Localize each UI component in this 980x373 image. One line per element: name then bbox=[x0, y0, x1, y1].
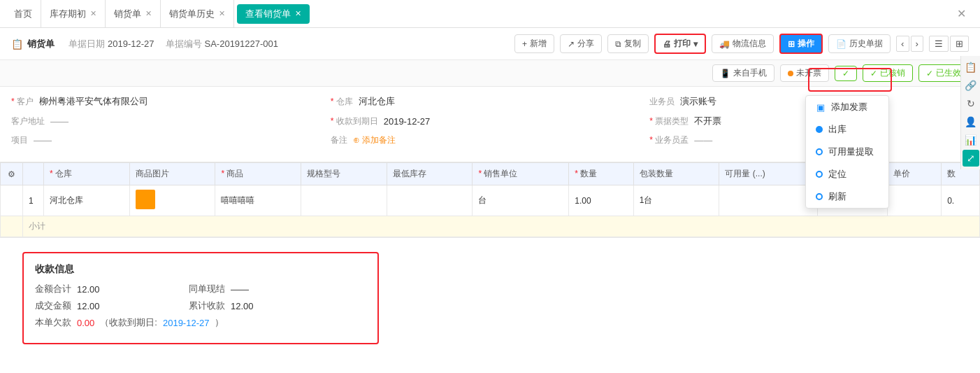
right-panel: 📋 🔗 ↻ 👤 📊 ⤢ bbox=[960, 56, 980, 169]
col-price: 单价 bbox=[887, 163, 941, 185]
row-settings bbox=[1, 185, 23, 216]
view-grid-button[interactable]: ⊞ bbox=[950, 36, 969, 52]
due-date-label: 收款到期日 bbox=[331, 115, 378, 127]
from-phone-button[interactable]: 📱 来自手机 bbox=[712, 64, 774, 82]
dropdown-item-refresh[interactable]: 刷新 bbox=[806, 185, 888, 208]
payment-row-2: 成交金额 12.00 累计收款 12.00 bbox=[35, 300, 366, 312]
address-label: 客户地址 bbox=[11, 115, 45, 127]
remark-label: 备注 bbox=[331, 134, 347, 146]
right-icon-doc[interactable]: 📋 bbox=[963, 59, 979, 76]
due-date-value: 2019-12-27 bbox=[384, 116, 431, 127]
col-spec: 规格型号 bbox=[301, 163, 387, 185]
locate-icon bbox=[816, 171, 823, 178]
payment-owe-suffix: （收款到期日: bbox=[100, 316, 157, 329]
date-value: 2019-12-27 bbox=[108, 38, 154, 49]
check-button[interactable]: ✓ bbox=[835, 66, 857, 81]
payment-same-order-field: 同单现结 —— bbox=[189, 283, 315, 295]
secondary-toolbar: 📱 来自手机 未开票 ✓ ✓ 已核销 ✓ 已生效 bbox=[0, 60, 980, 87]
invoice-type-value: 不开票 bbox=[694, 115, 721, 127]
payment-total-label: 金额合计 bbox=[35, 283, 71, 295]
doc-header: 📋 销货单 单据日期 2019-12-27 单据编号 SA-20191227-0… bbox=[0, 28, 980, 60]
tab-sales-order-close[interactable]: ✕ bbox=[145, 9, 152, 18]
due-date-field: 收款到期日 2019-12-27 bbox=[331, 115, 650, 127]
outbound-label: 出库 bbox=[828, 123, 846, 136]
payment-section-wrapper: 收款信息 金额合计 12.00 同单现结 —— 成交金额 12.00 累计收款 bbox=[0, 238, 980, 358]
row-price bbox=[887, 185, 941, 216]
right-icon-expand[interactable]: ⤢ bbox=[963, 150, 979, 167]
tab-view-sales-close[interactable]: ✕ bbox=[295, 9, 301, 18]
share-button[interactable]: ↗ 分享 bbox=[560, 34, 602, 53]
customer-label: 客户 bbox=[11, 96, 34, 108]
product-image bbox=[136, 190, 155, 209]
customer-field: 客户 柳州粤港平安气体有限公司 bbox=[11, 95, 331, 108]
new-button[interactable]: + 新增 bbox=[514, 34, 554, 53]
tab-view-sales[interactable]: 查看销货单 ✕ bbox=[237, 4, 310, 24]
print-label: 打印 bbox=[674, 38, 691, 50]
settings-icon[interactable]: ⚙ bbox=[8, 169, 15, 179]
copy-button[interactable]: ⧉ 复制 bbox=[607, 34, 649, 53]
payment-cumulative-field: 累计收款 12.00 bbox=[189, 300, 315, 312]
dropdown-item-outbound[interactable]: 出库 bbox=[806, 118, 888, 141]
operations-icon: ⊞ bbox=[788, 39, 795, 49]
add-remark-button[interactable]: ⊕ 添加备注 bbox=[353, 134, 396, 146]
payment-deal-label: 成交金额 bbox=[35, 300, 71, 312]
payment-row-1: 金额合计 12.00 同单现结 —— bbox=[35, 283, 366, 295]
logistics-button[interactable]: 🚚 物流信息 bbox=[712, 34, 774, 53]
row-product: 嘻嘻嘻嘻 bbox=[215, 185, 301, 216]
available-icon bbox=[816, 148, 823, 155]
right-icon-chart[interactable]: 📊 bbox=[963, 132, 979, 148]
view-list-button[interactable]: ☰ bbox=[929, 36, 949, 52]
row-unit: 台 bbox=[473, 185, 569, 216]
subtotal-settings bbox=[1, 216, 23, 237]
project-label: 项目 bbox=[11, 134, 28, 146]
not-open-button[interactable]: 未开票 bbox=[780, 64, 829, 82]
right-icon-user[interactable]: 👤 bbox=[963, 113, 979, 130]
already-sold-button[interactable]: ✓ 已核销 bbox=[863, 64, 913, 82]
tab-inventory-label: 库存期初 bbox=[50, 8, 86, 20]
right-icon-refresh[interactable]: ↻ bbox=[963, 95, 979, 112]
sales-staff2-value: —— bbox=[694, 135, 712, 146]
payment-same-order-value: —— bbox=[231, 284, 249, 295]
tab-sales-history[interactable]: 销货单历史 ✕ bbox=[161, 0, 234, 27]
tab-inventory-close[interactable]: ✕ bbox=[90, 9, 96, 18]
sales-staff2-label: 业务员孟 bbox=[649, 134, 689, 146]
plus-icon: + bbox=[522, 39, 527, 49]
dropdown-item-available[interactable]: 可用量提取 bbox=[806, 141, 888, 163]
invoice-type-label: 票据类型 bbox=[649, 115, 689, 127]
remark-field: 备注 ⊕ 添加备注 bbox=[331, 134, 650, 146]
warehouse-value: 河北仓库 bbox=[359, 95, 395, 108]
add-invoice-icon: ▣ bbox=[816, 102, 826, 112]
col-index bbox=[23, 163, 44, 185]
number-label: 单据编号 bbox=[166, 38, 202, 50]
dropdown-item-locate[interactable]: 定位 bbox=[806, 163, 888, 185]
tab-inventory-start[interactable]: 库存期初 ✕ bbox=[41, 0, 106, 27]
col-product: 商品 bbox=[215, 163, 301, 185]
operations-button[interactable]: ⊞ 操作 bbox=[779, 34, 823, 54]
dropdown-item-add-invoice[interactable]: ▣ 添加发票 bbox=[806, 96, 888, 118]
row-warehouse: 河北仓库 bbox=[44, 185, 130, 216]
refresh-label: 刷新 bbox=[828, 190, 846, 203]
already-sold-icon: ✓ bbox=[870, 69, 877, 78]
row-available bbox=[719, 185, 817, 216]
row-amount: 0. bbox=[942, 185, 980, 216]
row-package-qty: 1台 bbox=[633, 185, 719, 216]
payment-total-field: 金额合计 12.00 bbox=[35, 283, 161, 295]
global-close-button[interactable]: ✕ bbox=[949, 7, 974, 20]
payment-deal-field: 成交金额 12.00 bbox=[35, 300, 161, 312]
next-button[interactable]: › bbox=[911, 36, 923, 52]
tab-sales-order[interactable]: 销货单 ✕ bbox=[106, 0, 161, 27]
prev-button[interactable]: ‹ bbox=[896, 36, 909, 52]
history-button[interactable]: 📄 历史单据 bbox=[828, 34, 891, 53]
subtotal-label: 小计 bbox=[23, 216, 980, 237]
print-button[interactable]: 🖨 打印 ▾ bbox=[654, 34, 706, 54]
project-field: 项目 —— bbox=[11, 134, 331, 146]
col-settings[interactable]: ⚙ bbox=[1, 163, 23, 185]
invoice-dot bbox=[788, 71, 793, 76]
right-icon-link[interactable]: 🔗 bbox=[963, 77, 979, 94]
row-quantity: 1.00 bbox=[569, 185, 634, 216]
tab-home[interactable]: 首页 bbox=[6, 0, 41, 27]
tab-sales-history-close[interactable]: ✕ bbox=[219, 9, 225, 18]
col-product-image: 商品图片 bbox=[129, 163, 215, 185]
doc-meta: 单据日期 2019-12-27 单据编号 SA-20191227-001 bbox=[69, 38, 514, 50]
history-icon: 📄 bbox=[836, 39, 846, 49]
